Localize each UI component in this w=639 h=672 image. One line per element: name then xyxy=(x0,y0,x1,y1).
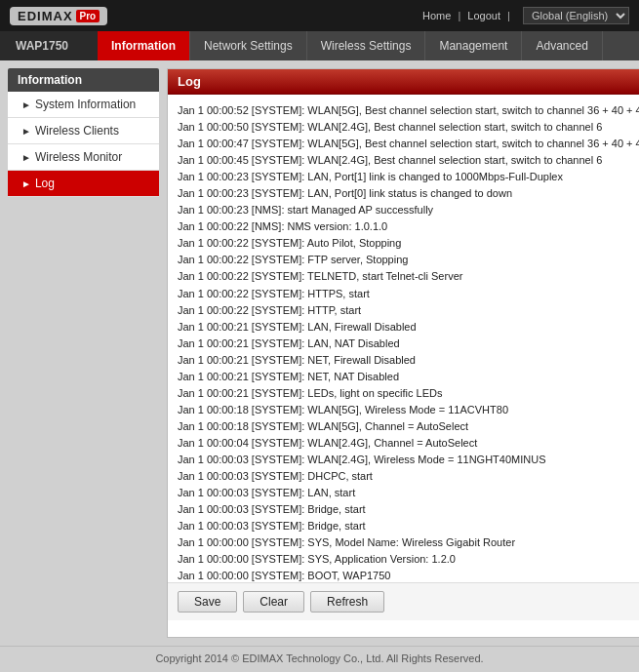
header-links: Home | Logout | Global (English) xyxy=(422,7,629,24)
logo-box: EDIMAX Pro xyxy=(10,7,107,25)
logo-pro: Pro xyxy=(76,10,100,22)
nav-tab-wireless-settings[interactable]: Wireless Settings xyxy=(307,31,426,60)
log-line: Jan 1 00:00:23 [NMS]: start Managed AP s… xyxy=(178,202,639,218)
log-line: Jan 1 00:00:22 [SYSTEM]: TELNETD, start … xyxy=(178,268,639,285)
log-line: Jan 1 00:00:21 [SYSTEM]: NET, Firewall D… xyxy=(178,352,639,369)
log-line: Jan 1 00:00:52 [SYSTEM]: WLAN[5G], Best … xyxy=(178,102,639,119)
footer-text: Copyright 2014 © EDIMAX Technology Co., … xyxy=(155,652,483,664)
logout-link[interactable]: Logout xyxy=(467,10,500,21)
content-panel: Log Jan 1 00:00:52 [SYSTEM]: WLAN[5G], B… xyxy=(167,68,639,638)
main-container: Information ► System Information ► Wirel… xyxy=(0,60,639,646)
sep2: | xyxy=(507,10,510,21)
sidebar: Information ► System Information ► Wirel… xyxy=(8,68,159,638)
home-link[interactable]: Home xyxy=(422,10,451,21)
log-line: Jan 1 00:00:22 [SYSTEM]: HTTPS, start xyxy=(178,286,639,302)
sidebar-item-label: Wireless Monitor xyxy=(35,150,122,164)
log-line: Jan 1 00:00:47 [SYSTEM]: WLAN[5G], Best … xyxy=(178,136,639,152)
sidebar-header: Information xyxy=(8,68,159,92)
log-line: Jan 1 00:00:23 [SYSTEM]: LAN, Port[1] li… xyxy=(178,169,639,185)
log-line: Jan 1 00:00:18 [SYSTEM]: WLAN[5G], Chann… xyxy=(178,418,639,435)
save-button[interactable]: Save xyxy=(178,591,237,613)
sidebar-item-label: System Information xyxy=(35,98,136,111)
arrow-icon: ► xyxy=(21,99,31,110)
logo-edimax: EDIMAX xyxy=(18,9,73,23)
content-title: Log xyxy=(168,69,639,95)
log-line: Jan 1 00:00:50 [SYSTEM]: WLAN[2.4G], Bes… xyxy=(178,119,639,136)
log-line: Jan 1 00:00:03 [SYSTEM]: LAN, start xyxy=(178,485,639,501)
sidebar-item-label: Log xyxy=(35,177,55,190)
logo-area: EDIMAX Pro xyxy=(10,7,107,25)
log-line: Jan 1 00:00:22 [SYSTEM]: FTP server, Sto… xyxy=(178,252,639,268)
log-line: Jan 1 00:00:03 [SYSTEM]: Bridge, start xyxy=(178,501,639,518)
nav-tab-network-settings[interactable]: Network Settings xyxy=(190,31,307,60)
arrow-icon: ► xyxy=(21,126,31,137)
footer: Copyright 2014 © EDIMAX Technology Co., … xyxy=(0,646,639,670)
log-area[interactable]: Jan 1 00:00:52 [SYSTEM]: WLAN[5G], Best … xyxy=(168,95,639,582)
log-line: Jan 1 00:00:21 [SYSTEM]: NET, NAT Disabl… xyxy=(178,369,639,385)
log-line: Jan 1 00:00:00 [SYSTEM]: BOOT, WAP1750 xyxy=(178,568,639,582)
sep1: | xyxy=(458,10,460,21)
button-row: Save Clear Refresh xyxy=(168,582,639,620)
log-line: Jan 1 00:00:21 [SYSTEM]: LEDs, light on … xyxy=(178,385,639,402)
clear-button[interactable]: Clear xyxy=(243,591,304,613)
log-line: Jan 1 00:00:22 [SYSTEM]: Auto Pilot, Sto… xyxy=(178,235,639,252)
sidebar-item-label: Wireless Clients xyxy=(35,124,119,138)
log-line: Jan 1 00:00:04 [SYSTEM]: WLAN[2.4G], Cha… xyxy=(178,435,639,452)
navbar: WAP1750 Information Network Settings Wir… xyxy=(0,31,639,60)
arrow-icon: ► xyxy=(21,152,31,163)
log-line: Jan 1 00:00:18 [SYSTEM]: WLAN[5G], Wirel… xyxy=(178,402,639,418)
header: EDIMAX Pro Home | Logout | Global (Engli… xyxy=(0,0,639,31)
sidebar-item-log[interactable]: ► Log xyxy=(8,171,159,197)
log-line: Jan 1 00:00:03 [SYSTEM]: DHCPC, start xyxy=(178,468,639,485)
arrow-icon: ► xyxy=(21,178,31,189)
log-line: Jan 1 00:00:21 [SYSTEM]: LAN, NAT Disabl… xyxy=(178,336,639,352)
sidebar-item-system-information[interactable]: ► System Information xyxy=(8,92,159,118)
log-line: Jan 1 00:00:22 [SYSTEM]: HTTP, start xyxy=(178,302,639,319)
nav-tab-information[interactable]: Information xyxy=(98,31,190,60)
log-line: Jan 1 00:00:03 [SYSTEM]: WLAN[2.4G], Wir… xyxy=(178,452,639,468)
sidebar-item-wireless-monitor[interactable]: ► Wireless Monitor xyxy=(8,144,159,171)
nav-tab-advanced[interactable]: Advanced xyxy=(522,31,602,60)
log-line: Jan 1 00:00:00 [SYSTEM]: SYS, Applicatio… xyxy=(178,551,639,568)
log-line: Jan 1 00:00:21 [SYSTEM]: LAN, Firewall D… xyxy=(178,319,639,336)
refresh-button[interactable]: Refresh xyxy=(310,591,384,613)
lang-select[interactable]: Global (English) xyxy=(523,7,629,24)
log-line: Jan 1 00:00:22 [NMS]: NMS version: 1.0.1… xyxy=(178,218,639,235)
model-label: WAP1750 xyxy=(0,31,98,60)
log-line: Jan 1 00:00:03 [SYSTEM]: Bridge, start xyxy=(178,518,639,534)
log-line: Jan 1 00:00:00 [SYSTEM]: SYS, Model Name… xyxy=(178,534,639,551)
log-line: Jan 1 00:00:23 [SYSTEM]: LAN, Port[0] li… xyxy=(178,185,639,202)
nav-tab-management[interactable]: Management xyxy=(425,31,522,60)
sidebar-item-wireless-clients[interactable]: ► Wireless Clients xyxy=(8,118,159,144)
log-line: Jan 1 00:00:45 [SYSTEM]: WLAN[2.4G], Bes… xyxy=(178,152,639,169)
